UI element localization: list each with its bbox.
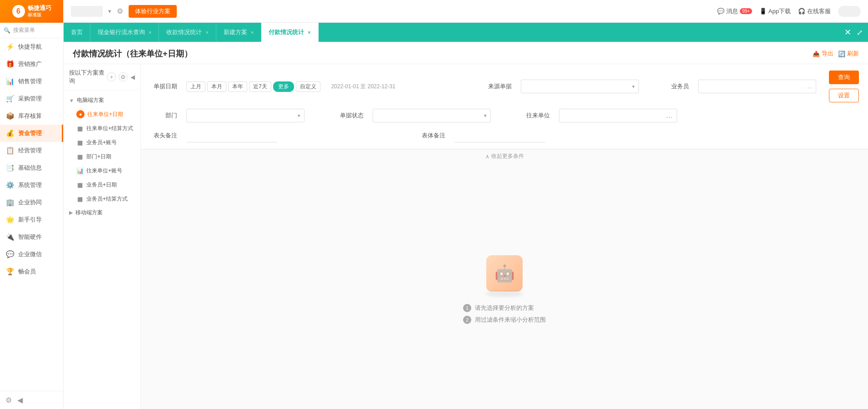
sidebar-item-enterprise-label: 企业协同 bbox=[18, 198, 42, 207]
scheme-item-partner-date-label: 往来单位+日期 bbox=[87, 111, 123, 118]
doc-status-chevron: ▾ bbox=[484, 113, 487, 119]
scheme-group-desktop-title[interactable]: ▼ 电脑端方案 bbox=[64, 94, 140, 107]
purchase-icon: 🛒 bbox=[5, 95, 15, 103]
scheme-group-mobile-title[interactable]: ▶ 移动端方案 bbox=[64, 206, 140, 219]
sidebar-item-basic[interactable]: 📑 基础信息 bbox=[0, 159, 63, 177]
collapse-icon: ∧ bbox=[485, 153, 489, 160]
scheme-table-icon3: ▦ bbox=[76, 153, 84, 160]
sidebar-item-marketing[interactable]: 🎁 营销推广 bbox=[0, 56, 63, 73]
active-scheme-dot: ● bbox=[76, 110, 85, 118]
sidebar-item-quick[interactable]: ⚡ 快捷导航 bbox=[0, 38, 63, 56]
date-btn-custom[interactable]: 自定义 bbox=[296, 81, 320, 92]
sidebar-item-wechat-label: 企业微信 bbox=[18, 250, 42, 258]
sidebar-item-sales[interactable]: 📊 销售管理 bbox=[0, 73, 63, 90]
scheme-item-salesman-account[interactable]: ▦ 业务员+账号 bbox=[64, 136, 140, 150]
scheme-setting-btn[interactable]: ⚙ bbox=[119, 72, 128, 81]
top-user-avatar[interactable] bbox=[838, 6, 861, 17]
settings-gear-icon[interactable]: ⚙ bbox=[117, 7, 123, 15]
collapse-label: 收起更多条件 bbox=[491, 152, 524, 160]
content-area: 付款情况统计（往来单位+日期） 📤 导出 🔄 刷新 按以下方案查询 bbox=[64, 42, 868, 409]
sidebar-item-member[interactable]: 🏆 畅会员 bbox=[0, 263, 63, 280]
filter-area: 单据日期 上月 本月 本年 近7天 更多 自定义 2022-01-01 至 20… bbox=[141, 64, 868, 409]
scheme-item-partner-settle[interactable]: ▦ 往来单位+结算方式 bbox=[64, 121, 140, 136]
dept-select[interactable]: ▾ bbox=[186, 109, 304, 122]
scheme-item-partner-account-label: 往来单位+账号 bbox=[86, 167, 122, 175]
date-btn-more[interactable]: 更多 bbox=[273, 81, 294, 92]
date-btn-this-year[interactable]: 本年 bbox=[228, 81, 247, 92]
close-all-tabs-icon[interactable]: ✕ bbox=[844, 27, 851, 37]
group-arrow-icon: ▼ bbox=[69, 98, 74, 103]
scheme-item-salesman-date[interactable]: ▦ 业务员+日期 bbox=[64, 178, 140, 192]
expand-tab-icon[interactable]: ⤢ bbox=[857, 28, 863, 37]
tab-new-scheme[interactable]: 新建方案 × bbox=[216, 23, 261, 42]
scheme-add-btn[interactable]: ＋ bbox=[107, 72, 116, 81]
salesman-select[interactable]: … bbox=[698, 80, 816, 93]
collapse-sidebar-btn[interactable]: ◀ bbox=[17, 396, 23, 404]
tab-new-scheme-close[interactable]: × bbox=[251, 30, 254, 35]
guide-icon: 🌟 bbox=[5, 216, 15, 224]
messages-btn[interactable]: 💬 消息 99+ bbox=[717, 7, 752, 15]
date-btn-last-7[interactable]: 近7天 bbox=[249, 81, 271, 92]
tab-receipt-close[interactable]: × bbox=[205, 30, 208, 35]
date-btn-this-month[interactable]: 本月 bbox=[207, 81, 226, 92]
partner-select[interactable]: … bbox=[559, 109, 677, 122]
user-avatar-placeholder bbox=[71, 6, 103, 17]
tab-bank-close[interactable]: × bbox=[149, 30, 151, 35]
dept-chevron: ▾ bbox=[298, 113, 300, 119]
sidebar-item-wechat[interactable]: 💬 企业微信 bbox=[0, 246, 63, 263]
sidebar-item-purchase-label: 采购管理 bbox=[18, 95, 42, 103]
setting-button[interactable]: 设置 bbox=[829, 89, 859, 102]
scheme-collapse-btn[interactable]: ◀ bbox=[130, 74, 135, 81]
sidebar-item-purchase[interactable]: 🛒 采购管理 bbox=[0, 90, 63, 107]
scheme-group-mobile-label: 移动端方案 bbox=[75, 209, 103, 217]
header-note-input[interactable] bbox=[186, 129, 277, 142]
doc-status-select[interactable]: ▾ bbox=[373, 109, 491, 122]
scheme-item-partner-account[interactable]: 📊 往来单位+账号 bbox=[64, 164, 140, 178]
sidebar-item-system[interactable]: ⚙️ 系统管理 bbox=[0, 177, 63, 194]
source-doc-chevron: ▾ bbox=[632, 84, 635, 90]
brand-logo: 6 bbox=[12, 5, 25, 18]
sidebar-item-inventory[interactable]: 📦 库存核算 bbox=[0, 107, 63, 125]
app-icon: 📱 bbox=[759, 8, 767, 15]
messages-badge: 99+ bbox=[740, 8, 752, 14]
date-quick-buttons: 上月 本月 本年 近7天 更多 自定义 bbox=[186, 81, 320, 92]
settings-footer-btn[interactable]: ⚙ bbox=[5, 396, 12, 404]
search-menu-label: 搜索菜单 bbox=[13, 26, 35, 34]
sidebar-item-finance[interactable]: 💰 资金管理 bbox=[0, 125, 63, 142]
online-support-btn[interactable]: 🎧 在线客服 bbox=[798, 7, 831, 15]
tab-home[interactable]: 首页 bbox=[64, 23, 90, 42]
source-doc-label: 来源单据 bbox=[484, 82, 512, 91]
online-support-label: 在线客服 bbox=[807, 7, 831, 15]
scheme-item-dept-date[interactable]: ▦ 部门+日期 bbox=[64, 150, 140, 164]
tab-payment-close[interactable]: × bbox=[308, 30, 310, 35]
scheme-item-partner-date[interactable]: ● 往来单位+日期 bbox=[64, 107, 140, 121]
sidebar-item-operations[interactable]: 📋 经营管理 bbox=[0, 142, 63, 159]
scheme-item-salesman-settle[interactable]: ▦ 业务员+结算方式 bbox=[64, 192, 140, 206]
sidebar-item-guide[interactable]: 🌟 新手引导 bbox=[0, 211, 63, 228]
messages-icon: 💬 bbox=[717, 8, 724, 15]
body-note-input[interactable] bbox=[454, 129, 545, 142]
tab-payment[interactable]: 付款情况统计 × bbox=[261, 23, 318, 42]
query-button[interactable]: 查询 bbox=[829, 71, 859, 84]
filter-row-notes: 表头备注 表体备注 bbox=[150, 129, 859, 142]
app-download-label: App下载 bbox=[768, 7, 791, 15]
tab-receipt[interactable]: 收款情况统计 × bbox=[159, 23, 216, 42]
refresh-button[interactable]: 🔄 刷新 bbox=[838, 50, 859, 58]
app-download-btn[interactable]: 📱 App下载 bbox=[759, 7, 791, 15]
search-menu[interactable]: 🔍 搜索菜单 bbox=[0, 23, 63, 38]
scheme-panel-header: 按以下方案查询 ＋ ⚙ ◀ bbox=[64, 64, 140, 90]
trial-scheme-button[interactable]: 体验行业方案 bbox=[129, 5, 177, 18]
basic-icon: 📑 bbox=[5, 164, 15, 172]
sidebar-item-hardware[interactable]: 🔌 智能硬件 bbox=[0, 228, 63, 246]
collapse-conditions-btn[interactable]: ∧ 收起更多条件 bbox=[141, 149, 868, 163]
step2-badge: 2 bbox=[463, 316, 471, 324]
user-dropdown-icon[interactable]: ▾ bbox=[108, 8, 111, 15]
scheme-chart-icon: 📊 bbox=[76, 167, 84, 174]
source-doc-select[interactable]: ▾ bbox=[521, 80, 639, 93]
inventory-icon: 📦 bbox=[5, 112, 15, 120]
export-button[interactable]: 📤 导出 bbox=[813, 50, 833, 58]
tab-bank[interactable]: 现金银行流水查询 × bbox=[90, 23, 159, 42]
date-btn-last-month[interactable]: 上月 bbox=[186, 81, 205, 92]
sidebar-item-enterprise[interactable]: 🏢 企业协同 bbox=[0, 194, 63, 211]
filter-form: 单据日期 上月 本月 本年 近7天 更多 自定义 2022-01-01 至 20… bbox=[141, 64, 868, 149]
